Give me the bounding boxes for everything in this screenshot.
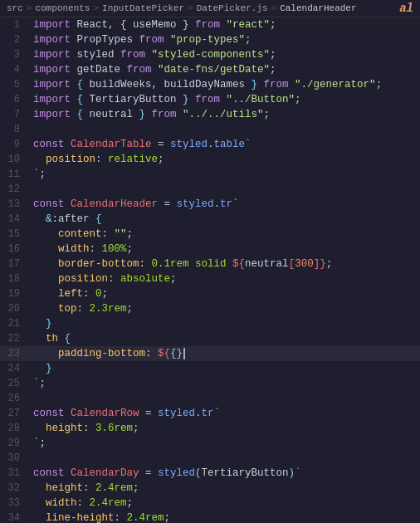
line-number: 27 <box>0 408 30 419</box>
line-number: 16 <box>0 243 30 255</box>
line-content: `; <box>30 436 420 451</box>
code-line: 27const CalendarRow = styled.tr` <box>0 406 420 421</box>
code-line: 23 padding-bottom: ${{} <box>0 346 420 361</box>
code-line: 8 <box>0 122 420 137</box>
code-area: 1import React, { useMemo } from "react";… <box>0 17 420 523</box>
text-cursor <box>183 348 185 359</box>
line-content: left: 0; <box>30 286 420 301</box>
line-number: 25 <box>0 378 30 389</box>
line-content: padding-bottom: ${{} <box>30 346 420 361</box>
code-line: 22 th { <box>0 331 420 346</box>
line-number: 11 <box>0 169 30 180</box>
line-number: 23 <box>0 348 30 359</box>
line-number: 29 <box>0 437 30 449</box>
code-line: 18 position: absolute; <box>0 271 420 286</box>
line-number: 31 <box>0 467 30 479</box>
line-content: width: 100%; <box>30 242 420 257</box>
breadcrumb-components: components <box>35 3 90 13</box>
line-content: position: relative; <box>30 152 420 167</box>
line-number: 19 <box>0 288 30 300</box>
code-line: 33 width: 2.4rem; <box>0 496 420 511</box>
breadcrumb-datepicker: DatePicker.js <box>197 3 268 13</box>
code-line: 31const CalendarDay = styled(TertiaryBut… <box>0 466 420 481</box>
code-line: 34 line-height: 2.4rem; <box>0 511 420 523</box>
code-line: 19 left: 0; <box>0 286 420 301</box>
code-line: 30 <box>0 451 420 466</box>
code-line: 7import { neutral } from "../../utils"; <box>0 107 420 122</box>
breadcrumb-calendarheader: CalendarHeader <box>280 3 356 13</box>
line-number: 14 <box>0 213 30 225</box>
line-content: `; <box>30 376 420 391</box>
line-content: border-bottom: 0.1rem solid ${neutral[30… <box>30 257 420 271</box>
code-line: 12 <box>0 182 420 197</box>
line-number: 32 <box>0 482 30 494</box>
line-content: height: 2.4rem; <box>30 481 420 496</box>
line-number: 2 <box>0 34 30 46</box>
line-number: 17 <box>0 258 30 270</box>
code-line: 26 <box>0 391 420 406</box>
line-number: 4 <box>0 64 30 76</box>
line-number: 24 <box>0 363 30 374</box>
line-number: 26 <box>0 393 30 404</box>
line-content: import PropTypes from "prop-types"; <box>30 32 420 47</box>
line-number: 21 <box>0 318 30 330</box>
code-line: 21 } <box>0 316 420 331</box>
line-number: 5 <box>0 79 30 90</box>
line-content: const CalendarRow = styled.tr` <box>30 406 420 421</box>
line-content: const CalendarTable = styled.table` <box>30 137 420 152</box>
line-content: const CalendarHeader = styled.tr` <box>30 197 420 212</box>
line-number: 22 <box>0 333 30 345</box>
line-number: 15 <box>0 228 30 240</box>
breadcrumb: src > components > InputDatePicker > Dat… <box>0 0 420 17</box>
line-content: content: ""; <box>30 227 420 242</box>
breadcrumb-src: src <box>7 3 23 13</box>
code-line: 32 height: 2.4rem; <box>0 481 420 496</box>
line-content: &:after { <box>30 212 420 227</box>
line-content: import { buildWeeks, buildDayNames } fro… <box>30 77 420 92</box>
line-number: 9 <box>0 139 30 150</box>
logo-text: al <box>399 2 413 15</box>
code-line: 3import styled from "styled-components"; <box>0 47 420 62</box>
code-line: 2import PropTypes from "prop-types"; <box>0 32 420 47</box>
line-content: import { TertiaryButton } from "../Butto… <box>30 92 420 107</box>
line-number: 20 <box>0 303 30 315</box>
line-content: import styled from "styled-components"; <box>30 47 420 62</box>
line-number: 7 <box>0 109 30 120</box>
code-line: 4import getDate from "date-fns/getDate"; <box>0 62 420 77</box>
line-content: } <box>30 316 420 331</box>
code-line: 25`; <box>0 376 420 391</box>
line-content: position: absolute; <box>30 271 420 286</box>
line-content: import React, { useMemo } from "react"; <box>30 17 420 32</box>
code-line: 15 content: ""; <box>0 227 420 242</box>
code-line: 11`; <box>0 167 420 182</box>
code-line: 24 } <box>0 361 420 376</box>
code-line: 14 &:after { <box>0 212 420 227</box>
code-line: 10 position: relative; <box>0 152 420 167</box>
line-content: import getDate from "date-fns/getDate"; <box>30 62 420 77</box>
code-lines: 1import React, { useMemo } from "react";… <box>0 17 420 523</box>
breadcrumb-inputdatepicker: InputDatePicker <box>102 3 184 13</box>
line-content: `; <box>30 167 420 182</box>
line-content: top: 2.3rem; <box>30 301 420 316</box>
line-number: 13 <box>0 198 30 210</box>
line-content: const CalendarDay = styled(TertiaryButto… <box>30 466 420 481</box>
code-line: 13const CalendarHeader = styled.tr` <box>0 197 420 212</box>
line-number: 1 <box>0 19 30 31</box>
code-line: 20 top: 2.3rem; <box>0 301 420 316</box>
line-number: 33 <box>0 497 30 509</box>
line-number: 18 <box>0 273 30 285</box>
line-number: 8 <box>0 124 30 135</box>
line-number: 30 <box>0 452 30 464</box>
code-line: 6import { TertiaryButton } from "../Butt… <box>0 92 420 107</box>
editor-container: src > components > InputDatePicker > Dat… <box>0 0 420 523</box>
line-number: 12 <box>0 183 30 195</box>
line-content: } <box>30 361 420 376</box>
line-number: 34 <box>0 512 30 523</box>
line-number: 3 <box>0 49 30 61</box>
code-line: 5import { buildWeeks, buildDayNames } fr… <box>0 77 420 92</box>
code-line: 16 width: 100%; <box>0 242 420 257</box>
code-line: 17 border-bottom: 0.1rem solid ${neutral… <box>0 257 420 271</box>
code-line: 1import React, { useMemo } from "react"; <box>0 17 420 32</box>
line-content: line-height: 2.4rem; <box>30 511 420 523</box>
line-number: 10 <box>0 154 30 165</box>
